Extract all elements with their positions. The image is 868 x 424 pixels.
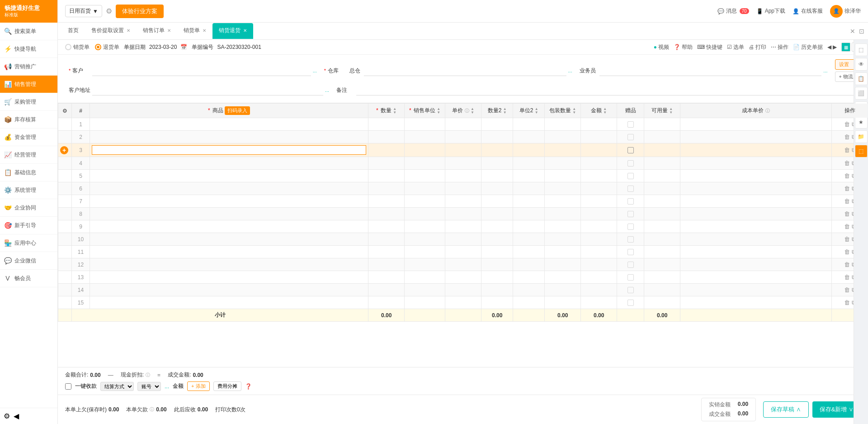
row-cost-price-13[interactable]	[680, 271, 832, 284]
customer-input[interactable]	[92, 65, 311, 76]
row-unit-price-7[interactable]	[445, 195, 481, 208]
remark-input[interactable]	[356, 85, 857, 95]
row-unit2-11[interactable]	[513, 246, 545, 258]
row-product-12[interactable]	[90, 258, 368, 271]
row-product-1[interactable]	[90, 118, 368, 131]
user-profile[interactable]: 👤 徐泽华	[830, 5, 861, 18]
row-delete-btn-8[interactable]: 🗑	[844, 210, 850, 218]
row-quantity-6[interactable]	[368, 182, 405, 195]
row-product-6[interactable]	[90, 182, 368, 195]
close-all-icon[interactable]: ✕	[850, 28, 855, 35]
row-qty2-12[interactable]	[481, 258, 513, 271]
row-sales-unit-3[interactable]	[405, 143, 445, 157]
salesperson-more-btn[interactable]: ...	[823, 68, 827, 73]
row-available-2[interactable]	[644, 131, 680, 143]
tab-sales-invoice-close[interactable]: ✕	[203, 28, 206, 33]
row-unit2-12[interactable]	[513, 258, 545, 271]
radio-return[interactable]: 退货单	[95, 43, 119, 51]
gift-checkbox-6[interactable]	[627, 186, 634, 192]
row-unit-price-11[interactable]	[445, 246, 481, 258]
settings-gear-icon[interactable]: ⚙	[106, 7, 112, 15]
gift-checkbox-9[interactable]	[627, 224, 634, 230]
row-quantity-15[interactable]	[368, 296, 405, 309]
row-amount-6[interactable]	[581, 182, 617, 195]
date-value[interactable]: 2023-03-20	[149, 44, 177, 50]
row-cost-price-4[interactable]	[680, 157, 832, 170]
industry-select[interactable]: 日用百货 ▼	[65, 5, 102, 17]
sidebar-item-inventory[interactable]: 📦 库存核算	[0, 111, 57, 129]
row-pack-qty-14[interactable]	[545, 284, 581, 296]
row-delete-btn-4[interactable]: 🗑	[844, 160, 850, 167]
row-available-13[interactable]	[644, 271, 680, 284]
expand-icon[interactable]: ⊡	[859, 28, 864, 35]
th-settings[interactable]: ⚙	[58, 104, 72, 118]
row-product-8[interactable]	[90, 208, 368, 220]
row-sales-unit-9[interactable]	[405, 220, 445, 233]
row-gift-10[interactable]	[617, 233, 644, 246]
row-pack-qty-1[interactable]	[545, 118, 581, 131]
gift-checkbox-7[interactable]	[627, 198, 634, 205]
row-quantity-7[interactable]	[368, 195, 405, 208]
address-input[interactable]	[92, 85, 323, 95]
account-more-btn[interactable]: ...	[165, 383, 169, 390]
row-available-10[interactable]	[644, 233, 680, 246]
gift-checkbox-15[interactable]	[627, 300, 634, 306]
minus-icon[interactable]: —	[108, 372, 113, 378]
sidebar-item-finance[interactable]: 💰 资金管理	[0, 129, 57, 146]
row-quantity-8[interactable]	[368, 208, 405, 220]
row-pack-qty-15[interactable]	[545, 296, 581, 309]
row-cost-price-10[interactable]	[680, 233, 832, 246]
sidebar-item-guide[interactable]: 🎯 新手引导	[0, 217, 57, 234]
address-more-btn[interactable]: ...	[325, 87, 329, 93]
sidebar-item-shortcut[interactable]: ⚡ 快捷导航	[0, 40, 57, 58]
float-btn-1[interactable]: ⬚	[855, 43, 868, 56]
row-pack-qty-9[interactable]	[545, 220, 581, 233]
sidebar-item-member[interactable]: V 畅会员	[0, 270, 57, 287]
row-sales-unit-10[interactable]	[405, 233, 445, 246]
row-amount-15[interactable]	[581, 296, 617, 309]
row-delete-btn-10[interactable]: 🗑	[844, 236, 850, 243]
operation-btn[interactable]: ⋯ 操作	[771, 43, 788, 51]
shortcut-btn[interactable]: ⌨ 快捷键	[697, 43, 722, 51]
sidebar-item-appstore[interactable]: 🏪 应用中心	[0, 234, 57, 252]
add-row-button[interactable]: +	[60, 146, 68, 154]
sidebar-item-system[interactable]: ⚙️ 系统管理	[0, 181, 57, 199]
row-pack-qty-11[interactable]	[545, 246, 581, 258]
row-pack-qty-6[interactable]	[545, 182, 581, 195]
row-available-4[interactable]	[644, 157, 680, 170]
row-available-11[interactable]	[644, 246, 680, 258]
sidebar-item-purchase[interactable]: 🛒 采购管理	[0, 93, 57, 111]
row-quantity-3[interactable]	[368, 143, 405, 157]
row-amount-7[interactable]	[581, 195, 617, 208]
row-qty2-1[interactable]	[481, 118, 513, 131]
radio-sales-invoice[interactable]: 销货单	[65, 43, 90, 51]
row-available-6[interactable]	[644, 182, 680, 195]
row-pack-qty-13[interactable]	[545, 271, 581, 284]
gift-checkbox-13[interactable]	[627, 274, 634, 281]
row-product-11[interactable]	[90, 246, 368, 258]
row-cost-price-15[interactable]	[680, 296, 832, 309]
row-qty2-3[interactable]	[481, 143, 513, 157]
row-unit2-7[interactable]	[513, 195, 545, 208]
row-product-10[interactable]	[90, 233, 368, 246]
row-product-14[interactable]	[90, 284, 368, 296]
row-qty2-14[interactable]	[481, 284, 513, 296]
row-unit2-10[interactable]	[513, 233, 545, 246]
online-service-item[interactable]: 👤 在线客服	[793, 7, 823, 15]
row-pack-qty-4[interactable]	[545, 157, 581, 170]
row-unit-price-14[interactable]	[445, 284, 481, 296]
row-cost-price-12[interactable]	[680, 258, 832, 271]
row-quantity-13[interactable]	[368, 271, 405, 284]
row-cost-price-14[interactable]	[680, 284, 832, 296]
row-cost-price-6[interactable]	[680, 182, 832, 195]
scan-button[interactable]: 扫码录入	[225, 106, 250, 115]
row-delete-btn-15[interactable]: 🗑	[844, 299, 850, 306]
help-btn[interactable]: ❓ 帮助	[674, 43, 693, 51]
float-btn-3[interactable]: 📋	[855, 72, 868, 85]
row-amount-12[interactable]	[581, 258, 617, 271]
notification-item[interactable]: 💬 消息 70	[717, 7, 749, 15]
tab-sales-order-close[interactable]: ✕	[167, 28, 171, 33]
row-quantity-4[interactable]	[368, 157, 405, 170]
row-gift-15[interactable]	[617, 296, 644, 309]
row-amount-4[interactable]	[581, 157, 617, 170]
